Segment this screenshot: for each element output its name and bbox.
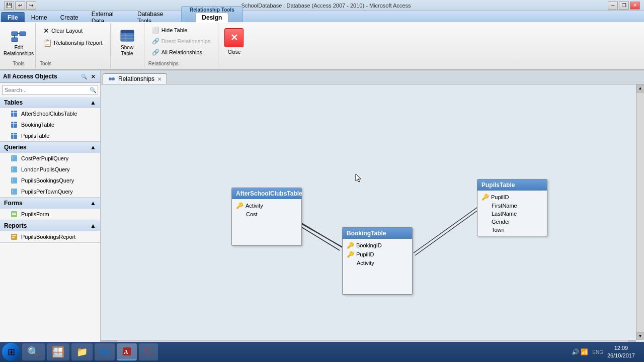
svg-line-39 — [415, 210, 478, 255]
taskbar-app-windows[interactable]: 🪟 — [47, 343, 69, 360]
afterschoolclubs-label: AfterSchoolClubsTable — [21, 111, 77, 117]
close-label: Close — [228, 49, 241, 55]
svg-rect-10 — [11, 111, 17, 117]
sidebar-category-tables-header[interactable]: Tables ▲ — [0, 97, 100, 108]
svg-rect-27 — [11, 211, 17, 217]
pupilstable-label: PupilsTable — [21, 133, 49, 139]
sidebar-item-pupilsbookingsreport[interactable]: PupilsBookingsReport — [0, 231, 100, 242]
relationships-tab-icon — [108, 75, 115, 82]
sidebar-category-reports-header[interactable]: Reports ▲ — [0, 220, 100, 231]
scroll-up-button[interactable]: ▲ — [636, 84, 644, 93]
pupilsform-label: PupilsForm — [21, 211, 49, 217]
search-box[interactable]: 🔍 — [2, 85, 98, 95]
sidebar-search-icon[interactable]: 🔍 — [80, 72, 88, 80]
sidebar-item-pupilsbookingsquery[interactable]: ! PupilsBookingsQuery — [0, 175, 100, 186]
booking-table-header: BookingTable — [343, 228, 412, 239]
taskbar-app-folder[interactable]: 📁 — [71, 343, 93, 360]
tab-external-data[interactable]: External Data — [85, 12, 131, 22]
pupils-title: PupilsTable — [481, 182, 515, 189]
booking-title: BookingTable — [347, 230, 386, 237]
pupils-table-header: PupilsTable — [477, 179, 547, 191]
town-label: Town — [492, 227, 505, 233]
sidebar-category-forms-header[interactable]: Forms ▲ — [0, 198, 100, 209]
sidebar-item-londonpupils[interactable]: ! LondonPupilsQuery — [0, 164, 100, 175]
booking-field-bookingid: 🔑 BookingID — [343, 241, 412, 250]
taskbar-lang: ENG — [592, 349, 603, 355]
sidebar-item-pupilspertownquery[interactable]: ! PupilsPerTownQuery — [0, 186, 100, 197]
all-relationships-button[interactable]: 🔗 All Relationships — [148, 47, 214, 57]
table-booking[interactable]: BookingTable 🔑 BookingID 🔑 PupilID Activ… — [342, 227, 413, 295]
edit-relationships-button[interactable]: EditRelationships — [6, 25, 31, 58]
start-button[interactable]: ⊞ — [2, 343, 20, 361]
sidebar-item-pupilsform[interactable]: PupilsForm — [0, 209, 100, 220]
londonpupils-label: LondonPupilsQuery — [21, 166, 70, 172]
direct-relationships-label: Direct Relationships — [162, 38, 211, 44]
taskbar-app-explorer[interactable]: 🔍 — [22, 343, 45, 360]
search-submit-icon[interactable]: 🔍 — [89, 85, 98, 95]
sidebar-close-icon[interactable]: ✕ — [89, 72, 97, 80]
relationship-report-label: Relationship Report — [54, 40, 103, 46]
show-table-icon — [119, 28, 135, 44]
close-button-ribbon[interactable]: ✕ — [224, 28, 244, 47]
content-area: Relationships ✕ — [101, 70, 644, 348]
relationship-report-button[interactable]: 📋 Relationship Report — [40, 37, 106, 48]
sidebar-item-bookingtable[interactable]: BookingTable — [0, 119, 100, 130]
booking-table-body: 🔑 BookingID 🔑 PupilID Activity — [343, 239, 412, 294]
tab-design[interactable]: Design — [195, 13, 228, 23]
booking-empty-space — [343, 267, 412, 292]
taskbar-left: ⊞ 🔍 🪟 📁 hp A 🛡 — [2, 343, 158, 361]
clear-layout-button[interactable]: ✕ Clear Layout — [40, 25, 106, 36]
quick-access-undo[interactable]: ↩ — [15, 2, 25, 10]
show-table-label: Show Table — [117, 45, 137, 57]
minimize-button[interactable]: ─ — [608, 2, 618, 10]
quick-access-redo[interactable]: ↪ — [26, 2, 36, 10]
tab-relationships[interactable]: Relationships ✕ — [103, 73, 167, 84]
reports-label: Reports — [4, 222, 27, 229]
tab-file[interactable]: File — [1, 12, 25, 22]
activity-key-icon: 🔑 — [236, 202, 244, 209]
taskbar-right: 🔊 📶 ENG 12:09 26/10/2017 — [572, 344, 642, 360]
pupils-field-firstname: FirstName — [477, 202, 547, 210]
sidebar: All Access Objects 🔍 ✕ 🔍 Tables ▲ AfterS… — [0, 70, 101, 348]
sidebar-item-afterschoolclubs[interactable]: AfterSchoolClubsTable — [0, 108, 100, 119]
sidebar-item-pupilstable[interactable]: PupilsTable — [0, 130, 100, 141]
taskbar-app-access[interactable]: A — [117, 343, 137, 360]
vertical-scrollbar[interactable]: ▲ ▼ — [636, 84, 644, 340]
access-app-icon: A — [122, 346, 132, 356]
restore-button[interactable]: ❐ — [619, 2, 629, 10]
relationships-canvas[interactable]: AfterSchoolClubsTable 🔑 Activity Cost — [101, 84, 644, 348]
afterschoolclubs-title: AfterSchoolClubsTable — [236, 190, 302, 197]
search-input[interactable] — [3, 86, 89, 94]
query-icon-4: ! — [10, 188, 18, 196]
quick-access-save[interactable]: 💾 — [4, 2, 14, 10]
relationship-tools-label: Relationship Tools — [190, 7, 234, 13]
taskbar-app-unknown[interactable]: 🛡 — [139, 343, 158, 360]
taskbar-app-hp[interactable]: hp — [95, 343, 115, 360]
sidebar-header: All Access Objects 🔍 ✕ — [0, 70, 100, 83]
afterschoolclubs-table-header: AfterSchoolClubsTable — [232, 188, 301, 199]
show-table-button[interactable]: Show Table — [115, 25, 140, 58]
direct-relationships-button[interactable]: 🔗 Direct Relationships — [148, 36, 214, 46]
close-button[interactable]: ✕ — [630, 2, 640, 10]
hide-table-button[interactable]: ⬜ Hide Table — [148, 25, 214, 35]
bookingtable-label: BookingTable — [21, 122, 54, 128]
tab-home[interactable]: Home — [25, 12, 54, 22]
ribbon-section-show-table: Show Table — [111, 23, 144, 68]
pupils-pupilid-key-icon: 🔑 — [481, 194, 489, 201]
tools-section-label: Tools — [13, 59, 24, 66]
relationships-section-label: Relationships — [148, 59, 214, 66]
tab-database-tools[interactable]: Database Tools — [131, 12, 181, 22]
sidebar-item-costperpupil[interactable]: ! CostPerPupilQuery — [0, 153, 100, 164]
tab-close-icon[interactable]: ✕ — [157, 76, 162, 82]
scroll-down-button[interactable]: ▼ — [636, 332, 644, 340]
taskbar-time: 12:09 26/10/2017 — [607, 344, 635, 360]
tab-create[interactable]: Create — [54, 12, 85, 22]
svg-rect-13 — [11, 122, 17, 128]
svg-line-38 — [297, 224, 340, 250]
pupils-field-pupilid: 🔑 PupilID — [477, 193, 547, 202]
cost-field-label: Cost — [246, 211, 258, 217]
table-pupils[interactable]: PupilsTable 🔑 PupilID FirstName LastName — [477, 179, 547, 236]
table-afterschoolclubs[interactable]: AfterSchoolClubsTable 🔑 Activity Cost — [231, 188, 302, 246]
sidebar-category-queries-header[interactable]: Queries ▲ — [0, 142, 100, 153]
report-icon-1 — [10, 233, 18, 241]
